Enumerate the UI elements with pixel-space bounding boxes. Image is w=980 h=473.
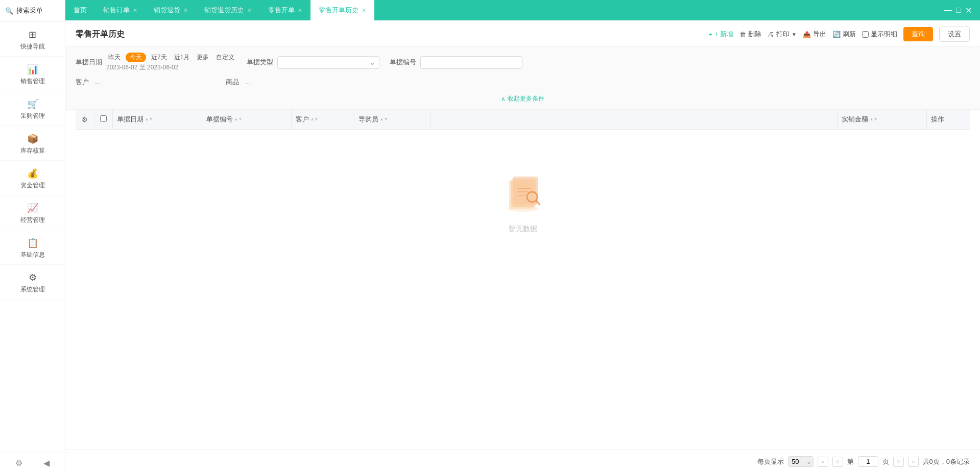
tab-home-label: 首页 <box>74 6 87 15</box>
select-all-checkbox[interactable] <box>100 115 107 122</box>
col-action-label: 操作 <box>931 115 944 123</box>
minimize-btn[interactable]: — <box>944 6 952 15</box>
print-icon: 🖨 <box>768 31 774 38</box>
shortcut-custom[interactable]: 自定义 <box>214 53 236 62</box>
filter-goods: 商品 <box>226 77 345 87</box>
maximize-btn[interactable]: □ <box>956 6 961 15</box>
sidebar-item-inventory[interactable]: 📦 库存核算 <box>0 126 65 161</box>
empty-state: 暂无数据 <box>76 130 970 275</box>
shortcut-yesterday[interactable]: 昨天 <box>106 53 123 62</box>
col-action: 操作 <box>926 110 970 130</box>
show-detail-input[interactable] <box>862 31 869 38</box>
quick-nav-icon: ⊞ <box>29 29 36 40</box>
tab-sales-return-history[interactable]: 销货退货历史 ✕ <box>196 0 260 20</box>
filter-date: 单据日期 昨天 今天 近7天 近1月 更多 自定义 2023-06-02 至 2… <box>76 53 236 72</box>
per-page-label: 每页显示 <box>757 457 784 466</box>
sidebar-item-operations[interactable]: 📈 经营管理 <box>0 195 65 230</box>
col-checkbox[interactable] <box>94 110 112 130</box>
page-title: 零售开单历史 <box>76 29 125 40</box>
table-area: ⚙ 单据日期 ▲▼ 单据编号 <box>65 110 980 450</box>
collapse-bar[interactable]: ∧ 收起更多条件 <box>76 92 970 105</box>
shortcut-more[interactable]: 更多 <box>195 53 211 62</box>
query-button[interactable]: 查询 <box>903 27 933 41</box>
col-amount-sort[interactable]: ▲▼ <box>870 117 878 121</box>
goods-input[interactable] <box>243 77 345 87</box>
add-button[interactable]: + + 新增 <box>708 30 733 39</box>
doc-type-select[interactable] <box>277 56 379 69</box>
sidebar-item-quick-nav[interactable]: ⊞ 快捷导航 <box>0 22 65 57</box>
shortcut-1month[interactable]: 近1月 <box>172 53 192 62</box>
date-range-display: 2023-06-02 至 2023-06-02 <box>106 63 236 72</box>
filter-area: 单据日期 昨天 今天 近7天 近1月 更多 自定义 2023-06-02 至 2… <box>65 46 980 110</box>
sidebar-settings-btn[interactable]: ⚙ <box>15 458 22 468</box>
page-suffix: 页 <box>882 457 889 466</box>
doc-no-input[interactable] <box>420 56 522 69</box>
customer-input[interactable] <box>93 77 195 87</box>
col-date-label: 单据日期 <box>117 115 144 124</box>
col-date-sort[interactable]: ▲▼ <box>145 117 153 121</box>
close-btn[interactable]: ✕ <box>965 6 972 15</box>
column-settings-icon[interactable]: ⚙ <box>82 116 88 123</box>
print-button[interactable]: 🖨 打印 ▼ <box>768 30 797 39</box>
sidebar-item-purchase-mgmt[interactable]: 🛒 采购管理 <box>0 91 65 126</box>
col-doc-no-sort[interactable]: ▲▼ <box>234 117 243 121</box>
refresh-icon: 🔄 <box>832 31 841 38</box>
tab-home[interactable]: 首页 <box>65 0 95 20</box>
per-page-select[interactable]: 50 10 20 100 <box>788 456 814 467</box>
total-text: 共0页，0条记录 <box>923 457 970 466</box>
tab-sales-order[interactable]: 销售订单 ✕ <box>95 0 146 20</box>
shortcut-7days[interactable]: 近7天 <box>149 53 169 62</box>
customer-label: 客户 <box>76 78 89 87</box>
delete-icon: 🗑 <box>739 31 746 38</box>
tab-retail-open-label: 零售开单 <box>268 6 295 15</box>
sidebar-search-label: 搜索采单 <box>16 6 43 15</box>
page-area: 零售开单历史 + + 新增 🗑 删除 🖨 打印 ▼ 📤 导出 <box>65 20 980 473</box>
tab-retail-open-history-close[interactable]: ✕ <box>362 7 366 14</box>
sidebar-item-label: 采购管理 <box>20 112 45 120</box>
top-nav: 首页 销售订单 ✕ 销货退货 ✕ 销货退货历史 ✕ 零售开单 ✕ 零售开单历史 … <box>65 0 980 20</box>
add-label: + 新增 <box>714 30 733 39</box>
tab-sales-return[interactable]: 销货退货 ✕ <box>146 0 196 20</box>
sidebar-collapse-btn[interactable]: ◀ <box>43 458 50 468</box>
sidebar-item-sales-mgmt[interactable]: 📊 销售管理 <box>0 57 65 91</box>
tab-retail-open-close[interactable]: ✕ <box>298 7 302 14</box>
date-filter-label: 单据日期 <box>76 58 102 67</box>
tab-retail-open[interactable]: 零售开单 ✕ <box>260 0 310 20</box>
prev-page-btn[interactable]: < <box>832 457 843 467</box>
tab-retail-open-history[interactable]: 零售开单历史 ✕ <box>310 0 374 20</box>
tab-sales-return-close[interactable]: ✕ <box>183 7 188 14</box>
last-page-btn[interactable]: » <box>908 457 919 467</box>
print-label: 打印 <box>776 30 790 39</box>
setting-button[interactable]: 设置 <box>939 27 970 42</box>
tab-sales-order-close[interactable]: ✕ <box>133 7 137 14</box>
col-date: 单据日期 ▲▼ <box>112 110 202 130</box>
col-customer-sort[interactable]: ▲▼ <box>310 117 319 121</box>
col-guide-label: 导购员 <box>358 115 378 124</box>
inventory-icon: 📦 <box>27 133 38 144</box>
show-detail-checkbox[interactable]: 显示明细 <box>862 30 897 39</box>
sidebar-item-label: 销售管理 <box>20 77 45 86</box>
col-amount-label: 实销金额 <box>842 115 868 124</box>
col-customer-label: 客户 <box>296 115 309 124</box>
sidebar-item-sys-mgmt[interactable]: ⚙ 系统管理 <box>0 265 65 300</box>
refresh-button[interactable]: 🔄 刷新 <box>832 30 856 39</box>
page-actions: + + 新增 🗑 删除 🖨 打印 ▼ 📤 导出 🔄 <box>708 27 970 42</box>
col-guide-sort[interactable]: ▲▼ <box>380 117 388 121</box>
delete-button[interactable]: 🗑 删除 <box>739 30 761 39</box>
export-button[interactable]: 📤 导出 <box>803 30 826 39</box>
col-gear[interactable]: ⚙ <box>76 110 94 130</box>
shortcut-today[interactable]: 今天 <box>126 53 146 62</box>
first-page-btn[interactable]: « <box>818 457 828 467</box>
col-amount: 实销金额 ▲▼ <box>837 110 926 130</box>
tab-sales-return-history-close[interactable]: ✕ <box>247 7 252 14</box>
sidebar-item-base-info[interactable]: 📋 基础信息 <box>0 230 65 265</box>
sidebar-search[interactable]: 🔍 搜索采单 <box>0 0 65 22</box>
next-page-btn[interactable]: > <box>893 457 904 467</box>
page-input[interactable] <box>858 456 878 467</box>
window-controls: — □ ✕ <box>944 6 980 15</box>
sidebar-item-finance[interactable]: 💰 资金管理 <box>0 161 65 195</box>
search-icon: 🔍 <box>5 7 13 15</box>
filter-doc-type: 单据类型 <box>247 56 379 69</box>
delete-label: 删除 <box>748 30 761 39</box>
filter-doc-no: 单据编号 <box>390 56 522 69</box>
